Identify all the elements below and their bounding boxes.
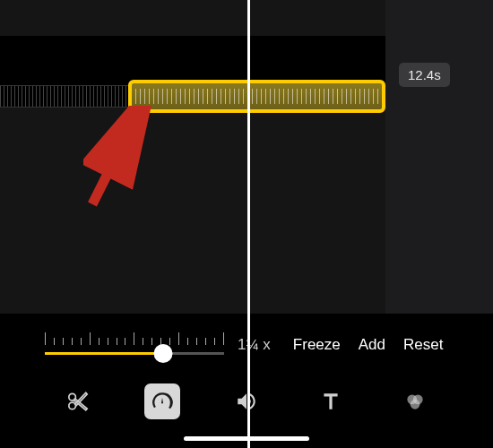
clip-ruler-unselected[interactable] <box>0 85 128 108</box>
filters-icon <box>403 390 427 413</box>
add-button[interactable]: Add <box>359 336 385 354</box>
scissors-icon <box>66 390 90 413</box>
speed-tool-button[interactable] <box>144 383 180 419</box>
clip-tool-button[interactable] <box>60 383 96 419</box>
speed-row: 1¼ x Freeze Add Reset <box>0 323 493 367</box>
text-icon <box>319 390 342 413</box>
controls-panel: 1¼ x Freeze Add Reset <box>0 314 493 448</box>
freeze-button[interactable]: Freeze <box>293 336 341 354</box>
selected-clip[interactable] <box>128 80 385 113</box>
timeline-area[interactable] <box>0 0 385 314</box>
titles-tool-button[interactable] <box>313 383 349 419</box>
audio-tool-button[interactable] <box>229 383 264 419</box>
tool-row <box>0 376 493 426</box>
home-indicator[interactable] <box>184 436 309 441</box>
filters-tool-button[interactable] <box>397 383 433 419</box>
speedometer-icon <box>151 390 174 413</box>
speaker-icon <box>235 390 258 413</box>
slider-ticks <box>45 332 224 345</box>
speed-slider[interactable] <box>45 327 224 363</box>
duration-badge: 12.4s <box>399 63 450 87</box>
playhead[interactable] <box>247 0 250 448</box>
speed-value-label: 1¼ x <box>238 336 271 354</box>
svg-point-4 <box>411 399 420 409</box>
slider-track-fill <box>45 352 163 355</box>
slider-thumb[interactable] <box>154 344 173 363</box>
reset-button[interactable]: Reset <box>403 336 443 354</box>
